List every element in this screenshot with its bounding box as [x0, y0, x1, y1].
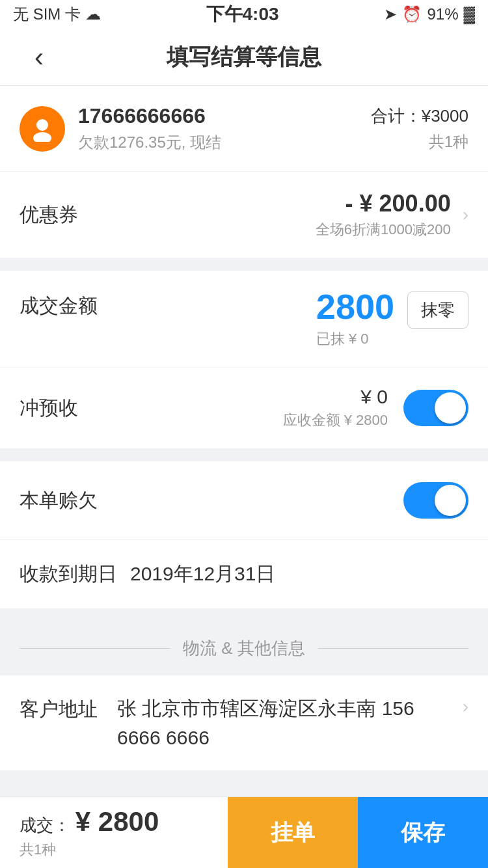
address-value: 张 北京市市辖区海淀区永丰南 156 6666 6666	[117, 694, 456, 752]
deal-amount-value: 2800	[316, 289, 394, 324]
customer-phone: 17666666666	[78, 104, 221, 128]
battery-label: 91%	[427, 5, 458, 23]
alarm-icon: ⏰	[402, 5, 422, 23]
logistics-title: 物流 & 其他信息	[170, 637, 318, 660]
main-content: 17666666666 欠款1276.35元, 现结 合计：¥3000 共1种 …	[0, 86, 488, 868]
debt-toggle[interactable]	[403, 482, 468, 519]
section-gap-1	[0, 258, 488, 271]
user-icon	[29, 116, 55, 142]
section-gap-3	[0, 608, 488, 621]
coupon-right: - ¥ 200.00 全场6折满1000减200 ›	[316, 190, 468, 239]
address-chevron-icon: ›	[463, 694, 468, 717]
bottom-count: 共1种	[20, 840, 208, 860]
coupon-info: - ¥ 200.00 全场6折满1000减200	[316, 190, 451, 239]
deal-amount-label: 成交金额	[20, 289, 98, 319]
customer-info: 17666666666 欠款1276.35元, 现结	[78, 104, 221, 153]
deal-amount-row: 成交金额 2800 已抹 ¥ 0 抹零	[0, 271, 488, 367]
battery-icon: ▓	[463, 5, 475, 23]
erase-zero-button[interactable]: 抹零	[407, 292, 468, 329]
prereceive-right: ¥ 0 应收金额 ¥ 2800	[283, 386, 468, 430]
prereceive-label: 冲预收	[20, 395, 78, 422]
page-title: 填写结算等信息	[167, 42, 321, 72]
deal-amount-right: 2800 已抹 ¥ 0 抹零	[316, 289, 468, 349]
toggle-knob	[435, 392, 466, 424]
bottom-deal-row: 成交： ¥ 2800	[20, 806, 208, 837]
status-left: 无 SIM 卡 ☁	[13, 4, 101, 25]
duedate-value: 2019年12月31日	[130, 561, 275, 588]
status-time: 下午4:03	[206, 2, 279, 27]
total-label: 合计：¥3000	[371, 105, 468, 128]
coupon-label: 优惠券	[20, 202, 78, 228]
customer-left: 17666666666 欠款1276.35元, 现结	[20, 104, 221, 153]
back-icon: ‹	[34, 42, 44, 73]
total-count: 共1种	[371, 131, 468, 152]
sim-label: 无 SIM 卡 ☁	[13, 4, 101, 25]
logistics-line-left	[20, 648, 170, 649]
section-gap-2	[0, 448, 488, 461]
logistics-line-right	[318, 648, 468, 649]
status-right: ➤ ⏰ 91% ▓	[384, 5, 475, 23]
bottom-deal-label: 成交：	[20, 815, 70, 835]
duedate-label: 收款到期日	[20, 561, 117, 588]
bottom-info: 成交： ¥ 2800 共1种	[0, 806, 228, 860]
customer-card: 17666666666 欠款1276.35元, 现结 合计：¥3000 共1种	[0, 86, 488, 171]
coupon-row[interactable]: 优惠券 - ¥ 200.00 全场6折满1000减200 ›	[0, 172, 488, 258]
chevron-right-icon: ›	[463, 204, 468, 225]
hold-button[interactable]: 挂单	[228, 797, 358, 869]
coupon-desc: 全场6折满1000减200	[316, 220, 451, 239]
save-button[interactable]: 保存	[358, 797, 488, 869]
customer-right: 合计：¥3000 共1种	[371, 105, 468, 152]
prereceive-toggle[interactable]	[403, 390, 468, 426]
prereceive-info: ¥ 0 应收金额 ¥ 2800	[283, 386, 388, 430]
svg-point-0	[36, 119, 48, 131]
customer-debt: 欠款1276.35元, 现结	[78, 132, 221, 153]
logistics-header: 物流 & 其他信息	[0, 621, 488, 675]
back-button[interactable]: ‹	[20, 38, 59, 77]
address-label: 客户地址	[20, 694, 98, 723]
deal-erased-label: 已抹 ¥ 0	[316, 329, 394, 349]
nav-bar: ‹ 填写结算等信息	[0, 29, 488, 86]
status-bar: 无 SIM 卡 ☁ 下午4:03 ➤ ⏰ 91% ▓	[0, 0, 488, 29]
bottom-deal-amount: ¥ 2800	[75, 806, 159, 837]
debt-label: 本单赊欠	[20, 487, 98, 514]
duedate-row: 收款到期日 2019年12月31日	[0, 539, 488, 608]
avatar	[20, 106, 65, 152]
prereceive-row: 冲预收 ¥ 0 应收金额 ¥ 2800	[0, 367, 488, 448]
coupon-amount: - ¥ 200.00	[316, 190, 451, 217]
debt-toggle-knob	[435, 485, 466, 516]
svg-point-1	[33, 132, 51, 142]
prereceive-receivable: 应收金额 ¥ 2800	[283, 411, 388, 430]
deal-amount-info: 2800 已抹 ¥ 0	[316, 289, 394, 349]
location-icon: ➤	[384, 5, 397, 23]
address-row[interactable]: 客户地址 张 北京市市辖区海淀区永丰南 156 6666 6666 ›	[0, 675, 488, 770]
bottom-bar: 成交： ¥ 2800 共1种 挂单 保存	[0, 796, 488, 868]
prereceive-amount: ¥ 0	[283, 386, 388, 408]
debt-row: 本单赊欠	[0, 461, 488, 539]
